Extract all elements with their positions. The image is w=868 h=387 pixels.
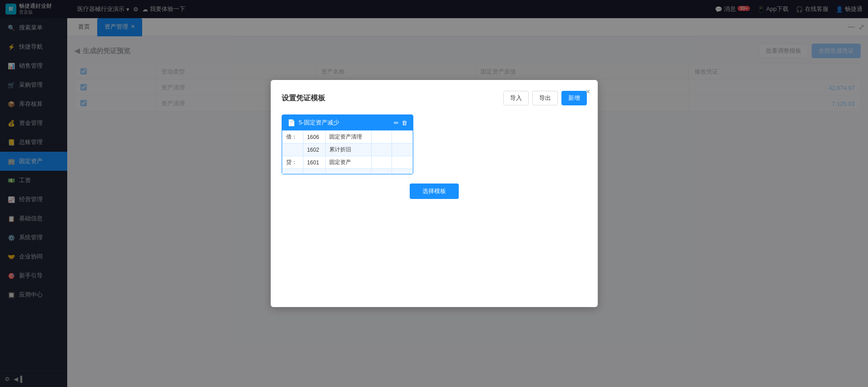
entry-debit-3 — [371, 156, 392, 169]
export-button[interactable]: 导出 — [532, 91, 558, 105]
template-row-4 — [282, 169, 412, 174]
modal-title: 设置凭证模板 — [282, 94, 503, 103]
entry-credit-1 — [392, 131, 412, 144]
entry-type-1: 借： — [282, 131, 303, 144]
entry-debit-2 — [371, 144, 392, 156]
template-card-actions: ✏ 🗑 — [394, 119, 407, 126]
entry-code-4 — [303, 169, 325, 174]
entry-type-4 — [282, 169, 303, 174]
entry-type-2 — [282, 144, 303, 156]
modal-close-button[interactable]: × — [585, 87, 590, 97]
entry-code-3: 1601 — [303, 156, 325, 169]
entry-debit-1 — [371, 131, 392, 144]
template-doc-icon: 📄 — [288, 119, 295, 126]
import-button[interactable]: 导入 — [503, 91, 529, 105]
entry-credit-2 — [392, 144, 412, 156]
entry-credit-3 — [392, 156, 412, 169]
entry-subject-4 — [326, 169, 372, 174]
entry-credit-4 — [392, 169, 412, 174]
modal-toolbar: 导入 导出 新增 — [503, 91, 587, 105]
template-row-3: 贷： 1601 固定资产 — [282, 156, 412, 169]
new-template-button[interactable]: 新增 — [561, 91, 587, 105]
template-delete-icon[interactable]: 🗑 — [402, 119, 407, 126]
template-row-1: 借： 1606 固定资产清理 — [282, 131, 412, 144]
template-row-2: 1602 累计折旧 — [282, 144, 412, 156]
entry-subject-1: 固定资产清理 — [326, 131, 372, 144]
voucher-template-modal: 设置凭证模板 导入 导出 新增 × 📄 5-固定资产减少 ✏ 🗑 — [271, 80, 598, 307]
entry-subject-3: 固定资产 — [326, 156, 372, 169]
select-template-button[interactable]: 选择模板 — [410, 184, 459, 199]
entry-debit-4 — [371, 169, 392, 174]
template-edit-icon[interactable]: ✏ — [394, 119, 399, 126]
modal-header: 设置凭证模板 导入 导出 新增 × — [282, 91, 587, 105]
entry-code-1: 1606 — [303, 131, 325, 144]
entry-type-3: 贷： — [282, 156, 303, 169]
entry-subject-2: 累计折旧 — [326, 144, 372, 156]
template-entries-table: 借： 1606 固定资产清理 1602 累计折旧 贷： — [282, 130, 413, 174]
modal-overlay: 设置凭证模板 导入 导出 新增 × 📄 5-固定资产减少 ✏ 🗑 — [0, 0, 868, 387]
entry-code-2: 1602 — [303, 144, 325, 156]
template-card-header: 📄 5-固定资产减少 ✏ 🗑 — [282, 115, 413, 130]
template-card-title: 5-固定资产减少 — [299, 119, 390, 127]
template-card: 📄 5-固定资产减少 ✏ 🗑 借： 1606 固定资产清理 — [282, 114, 413, 174]
